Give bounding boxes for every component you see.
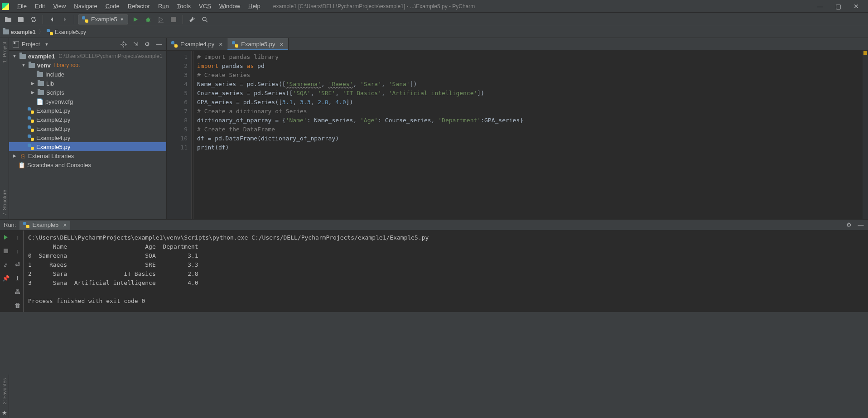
window-title: example1 [C:\Users\DELL\PycharmProjects\… bbox=[273, 3, 475, 10]
forward-button[interactable] bbox=[59, 14, 70, 25]
soft-wrap-button[interactable]: ⏎ bbox=[14, 260, 22, 269]
run-tab[interactable]: Example5 × bbox=[19, 221, 70, 230]
code-content[interactable]: # Import pandas libraryimport pandas as … bbox=[193, 51, 863, 219]
run-tool-window: Run: Example5 × ⚙ — ⫽ 📌 ↑ ↓ ⏎ ⤓ 🖶 🗑 C:\U… bbox=[0, 219, 868, 312]
menu-navigate[interactable]: Navigate bbox=[70, 1, 101, 11]
menu-file[interactable]: File bbox=[14, 1, 30, 11]
folder-icon bbox=[29, 63, 35, 68]
pin-button[interactable]: 📌 bbox=[2, 274, 10, 282]
back-button[interactable] bbox=[47, 14, 58, 25]
build-tools-button[interactable] bbox=[187, 14, 198, 25]
validation-stripe[interactable] bbox=[863, 51, 868, 219]
tab-example5[interactable]: Example5.py × bbox=[227, 38, 288, 50]
svg-point-0 bbox=[146, 18, 150, 22]
title-bar: File Edit View Navigate Code Refactor Ru… bbox=[0, 0, 868, 13]
close-tab-icon[interactable]: × bbox=[63, 221, 67, 229]
open-button[interactable] bbox=[3, 14, 14, 25]
close-tab-icon[interactable]: × bbox=[280, 41, 284, 48]
tree-file-5[interactable]: Example5.py bbox=[9, 142, 166, 151]
menu-code[interactable]: Code bbox=[102, 1, 123, 11]
python-icon bbox=[28, 144, 34, 150]
python-icon bbox=[28, 125, 34, 132]
tree-lib[interactable]: ▶Lib bbox=[9, 79, 166, 88]
project-tool-window: Project ▼ ⇲ ⚙ — ▼ example1 C:\Users\DELL… bbox=[9, 38, 167, 219]
tree-file-4[interactable]: Example4.py bbox=[9, 133, 166, 142]
settings-icon[interactable]: ⚙ bbox=[144, 41, 151, 48]
left-tool-gutter: 1: Project 7: Structure bbox=[0, 38, 9, 219]
tree-file-3[interactable]: Example3.py bbox=[9, 124, 166, 133]
up-button[interactable]: ↑ bbox=[14, 233, 22, 241]
python-icon bbox=[28, 107, 34, 114]
folder-icon bbox=[3, 29, 9, 34]
svg-rect-4 bbox=[14, 42, 15, 44]
tree-pyvenv[interactable]: 📄pyvenv.cfg bbox=[9, 97, 166, 106]
tab-example4[interactable]: Example4.py × bbox=[167, 38, 227, 50]
tree-file-2[interactable]: Example2.py bbox=[9, 115, 166, 124]
menu-window[interactable]: Window bbox=[216, 1, 244, 11]
search-everywhere-button[interactable] bbox=[199, 14, 210, 25]
hide-button[interactable]: — bbox=[155, 41, 163, 48]
project-view-icon bbox=[13, 41, 19, 48]
locate-button[interactable] bbox=[120, 41, 127, 48]
print-button[interactable]: 🖶 bbox=[14, 288, 22, 296]
menu-tools[interactable]: Tools bbox=[174, 1, 194, 11]
close-tab-icon[interactable]: × bbox=[219, 41, 222, 48]
console-output[interactable]: C:\Users\DELL\PycharmProjects\example1\v… bbox=[24, 231, 868, 312]
tree-scripts[interactable]: ▶Scripts bbox=[9, 88, 166, 97]
svg-rect-1 bbox=[171, 17, 176, 22]
breadcrumb-project[interactable]: example1 bbox=[3, 29, 36, 35]
folder-icon bbox=[19, 54, 26, 59]
menu-help[interactable]: Help bbox=[245, 1, 264, 11]
main-toolbar: Example5 ▼ bbox=[0, 13, 868, 26]
minimize-button[interactable]: — bbox=[815, 2, 825, 11]
folder-icon bbox=[38, 90, 44, 95]
expand-all-button[interactable]: ⇲ bbox=[132, 41, 139, 48]
gutter-structure[interactable]: 7: Structure bbox=[2, 188, 7, 217]
panel-title: Project bbox=[22, 41, 40, 48]
stop-button[interactable] bbox=[168, 14, 179, 25]
breadcrumb-file[interactable]: Example5.py bbox=[47, 29, 86, 35]
menu-run[interactable]: Run bbox=[154, 1, 173, 11]
project-tree[interactable]: ▼ example1 C:\Users\DELL\PycharmProjects… bbox=[9, 51, 166, 219]
menu-refactor[interactable]: Refactor bbox=[124, 1, 154, 11]
debug-button[interactable] bbox=[143, 14, 154, 25]
scroll-to-end-button[interactable]: ⤓ bbox=[14, 274, 22, 282]
coverage-button[interactable] bbox=[155, 14, 166, 25]
svg-point-6 bbox=[123, 44, 124, 45]
run-config-name: Example5 bbox=[91, 16, 117, 23]
code-editor[interactable]: 1234567891011 # Import pandas libraryimp… bbox=[167, 51, 868, 219]
star-icon[interactable]: ★ bbox=[2, 409, 7, 416]
tree-root[interactable]: ▼ example1 C:\Users\DELL\PycharmProjects… bbox=[9, 52, 166, 61]
tree-scratches[interactable]: 📋Scratches and Consoles bbox=[9, 160, 166, 169]
folder-icon bbox=[37, 72, 43, 77]
dropdown-icon[interactable]: ▼ bbox=[44, 42, 48, 47]
tree-venv[interactable]: ▼ venv library root bbox=[9, 61, 166, 70]
save-all-button[interactable] bbox=[15, 14, 26, 25]
down-button[interactable]: ↓ bbox=[14, 247, 22, 255]
run-config-selector[interactable]: Example5 ▼ bbox=[78, 14, 128, 24]
dropdown-icon: ▼ bbox=[120, 17, 124, 22]
python-icon bbox=[232, 41, 238, 48]
tree-file-1[interactable]: Example1.py bbox=[9, 106, 166, 115]
run-label: Run: bbox=[4, 221, 16, 228]
menu-view[interactable]: View bbox=[49, 1, 69, 11]
gutter-project[interactable]: 1: Project bbox=[2, 40, 7, 64]
menu-edit[interactable]: Edit bbox=[31, 1, 48, 11]
menu-vcs[interactable]: VCS bbox=[195, 1, 215, 11]
restore-layout-button[interactable]: ⫽ bbox=[2, 260, 10, 269]
tree-include[interactable]: Include bbox=[9, 70, 166, 79]
python-icon bbox=[23, 222, 29, 228]
tree-external-libs[interactable]: ▶⎘External Libraries bbox=[9, 151, 166, 160]
stop-button[interactable] bbox=[2, 247, 10, 255]
clear-button[interactable]: 🗑 bbox=[14, 301, 22, 309]
warning-marker[interactable] bbox=[863, 53, 867, 55]
python-icon bbox=[28, 135, 34, 141]
rerun-button[interactable] bbox=[2, 233, 10, 241]
settings-icon[interactable]: ⚙ bbox=[845, 221, 853, 229]
gutter-favorites[interactable]: 2: Favorites bbox=[2, 376, 7, 406]
sync-button[interactable] bbox=[28, 14, 39, 25]
run-button[interactable] bbox=[130, 14, 141, 25]
hide-button[interactable]: — bbox=[857, 221, 864, 229]
close-button[interactable]: ✕ bbox=[852, 2, 861, 11]
maximize-button[interactable]: ▢ bbox=[834, 2, 843, 11]
